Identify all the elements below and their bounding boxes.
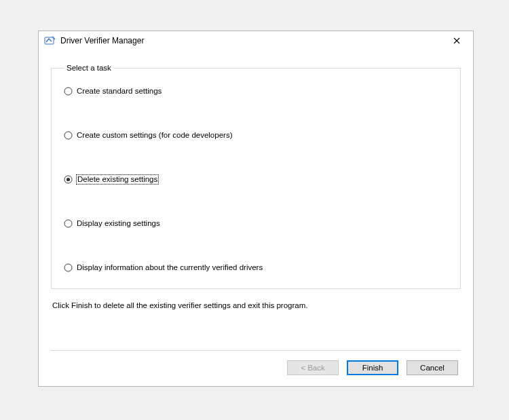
group-legend: Select a task bbox=[64, 64, 114, 72]
cancel-button[interactable]: Cancel bbox=[407, 360, 458, 375]
radio-icon bbox=[64, 131, 73, 140]
radio-create-custom[interactable]: Create custom settings (for code develop… bbox=[64, 131, 448, 140]
radio-icon bbox=[64, 175, 73, 184]
svg-point-4 bbox=[67, 178, 70, 181]
radio-delete-existing[interactable]: Delete existing settings bbox=[64, 175, 448, 184]
back-button: < Back bbox=[287, 360, 339, 375]
window-title: Driver Verifier Manager bbox=[60, 36, 445, 45]
svg-point-1 bbox=[64, 88, 72, 95]
window: Driver Verifier Manager Select a task Cr… bbox=[38, 31, 474, 387]
svg-point-6 bbox=[64, 264, 72, 271]
radio-display-info[interactable]: Display information about the currently … bbox=[64, 263, 448, 272]
radio-icon bbox=[64, 263, 73, 272]
radio-label: Create custom settings (for code develop… bbox=[77, 131, 232, 140]
task-group: Select a task Create standard settings C… bbox=[51, 64, 461, 289]
radio-label: Display existing settings bbox=[77, 219, 160, 228]
radio-create-standard[interactable]: Create standard settings bbox=[64, 87, 448, 96]
radio-label: Delete existing settings bbox=[77, 175, 158, 184]
separator bbox=[51, 350, 461, 351]
client-area: Select a task Create standard settings C… bbox=[39, 50, 473, 386]
radio-display-existing[interactable]: Display existing settings bbox=[64, 219, 448, 228]
close-button[interactable] bbox=[445, 33, 469, 49]
button-bar: < Back Finish Cancel bbox=[51, 360, 461, 378]
hint-text: Click Finish to delete all the existing … bbox=[52, 301, 461, 309]
radio-icon bbox=[64, 87, 73, 96]
radio-label: Create standard settings bbox=[77, 87, 162, 96]
svg-point-5 bbox=[64, 220, 72, 227]
verifier-icon bbox=[44, 35, 55, 46]
finish-button[interactable]: Finish bbox=[347, 360, 398, 375]
titlebar: Driver Verifier Manager bbox=[39, 31, 473, 50]
svg-point-2 bbox=[64, 132, 72, 139]
radio-label: Display information about the currently … bbox=[77, 263, 263, 272]
radio-icon bbox=[64, 219, 73, 228]
